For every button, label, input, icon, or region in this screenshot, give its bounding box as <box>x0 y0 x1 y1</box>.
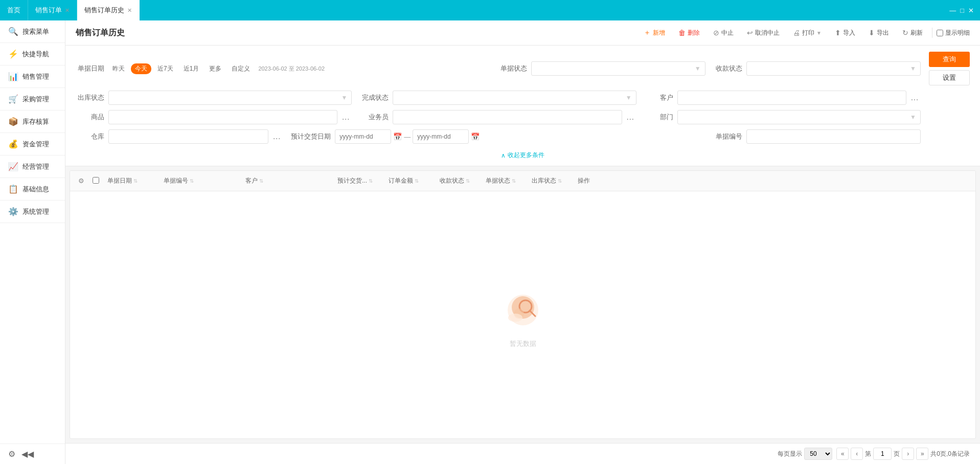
salesperson-ellipsis[interactable]: … <box>624 113 636 122</box>
print-button[interactable]: 🖨 打印 ▼ <box>788 26 827 40</box>
stop-button[interactable]: ⊘ 中止 <box>708 26 739 40</box>
import-label: 导入 <box>843 29 855 37</box>
collapse-row[interactable]: ∧ 收起更多条件 <box>76 149 970 160</box>
th-delivery[interactable]: 预计交货... ⇅ <box>333 176 384 185</box>
delete-button[interactable]: 🗑 删除 <box>673 26 705 40</box>
out-status-arrow: ▼ <box>341 94 347 101</box>
dept-select[interactable]: ▼ <box>677 110 921 124</box>
page-size-select[interactable]: 50 10 20 100 <box>804 448 832 460</box>
pay-status-label: 收款状态 <box>714 64 742 73</box>
new-button[interactable]: ＋ 新增 <box>639 26 670 40</box>
page-number-input[interactable] <box>873 448 892 460</box>
sidebar-item-finance-mgmt-label: 资金管理 <box>22 140 49 149</box>
filter-out-status: 出库状态 ▼ <box>76 91 352 105</box>
maximize-icon[interactable]: □ <box>960 7 964 14</box>
order-no-input[interactable] <box>746 129 921 144</box>
sidebar-item-operation-mgmt[interactable]: 📈 经营管理 <box>0 156 65 178</box>
th-date-sort-icon: ⇅ <box>133 178 138 184</box>
date-chip-7days[interactable]: 近7天 <box>153 63 177 74</box>
sidebar-item-inventory-calc[interactable]: 📦 库存核算 <box>0 111 65 133</box>
sales-mgmt-icon: 📊 <box>8 72 18 81</box>
complete-status-label: 完成状态 <box>360 93 389 102</box>
table-settings-icon[interactable]: ⚙ <box>74 177 88 185</box>
refresh-button[interactable]: ↻ 刷新 <box>897 26 928 40</box>
first-page-button[interactable]: « <box>836 448 849 460</box>
warehouse-label: 仓库 <box>76 132 104 141</box>
warehouse-input[interactable] <box>108 129 268 144</box>
tab-sales-order-close[interactable]: ✕ <box>65 7 70 14</box>
th-date[interactable]: 单据日期 ⇅ <box>103 176 159 185</box>
import-button[interactable]: ⬆ 导入 <box>830 26 860 40</box>
filter-complete-status: 完成状态 ▼ <box>360 91 636 105</box>
set-button[interactable]: 设置 <box>929 70 970 85</box>
delivery-date-from-input[interactable] <box>335 129 391 144</box>
filter-row-1: 单据日期 昨天 今天 近7天 近1月 更多 自定义 2023-06-02 至 2… <box>76 52 970 85</box>
date-chip-3days[interactable]: 今天 <box>131 63 151 74</box>
sidebar-item-system-mgmt[interactable]: ⚙️ 系统管理 <box>0 201 65 223</box>
table-empty: 暂无数据 <box>70 191 975 438</box>
sidebar-item-quick-nav[interactable]: ⚡ 快捷导航 <box>0 43 65 65</box>
show-details-checkbox-label[interactable]: 显示明细 <box>937 29 970 37</box>
tab-sales-order-history[interactable]: 销售订单历史 ✕ <box>77 0 140 20</box>
customer-ellipsis[interactable]: … <box>908 93 921 102</box>
next-page-button[interactable]: › <box>902 448 914 460</box>
table-select-all-checkbox[interactable] <box>88 177 103 185</box>
customer-input[interactable] <box>677 91 906 105</box>
tab-home[interactable]: 首页 <box>0 0 28 20</box>
tab-sales-order-label: 销售订单 <box>35 6 62 15</box>
th-action: 操作 <box>574 176 971 185</box>
select-all-input[interactable] <box>93 177 99 184</box>
th-out-status[interactable]: 出库状态 ⇅ <box>528 176 574 185</box>
date-chip-1month[interactable]: 近1月 <box>179 63 203 74</box>
order-status-label: 单据状态 <box>498 64 527 73</box>
product-label: 商品 <box>76 113 104 122</box>
product-input[interactable] <box>108 110 337 124</box>
sidebar-audio-icon[interactable]: ◀◀ <box>21 449 34 459</box>
main-layout: 🔍 搜索菜单 ⚡ 快捷导航 📊 销售管理 🛒 采购管理 📦 库存核算 💰 资金管… <box>0 20 980 464</box>
calendar-to-icon[interactable]: 📅 <box>471 132 480 141</box>
show-details-checkbox[interactable] <box>937 30 943 36</box>
th-pay-status[interactable]: 收款状态 ⇅ <box>436 176 482 185</box>
query-button[interactable]: 查询 <box>929 52 970 67</box>
date-chip-today[interactable]: 昨天 <box>108 63 129 74</box>
stop-icon: ⊘ <box>713 29 719 37</box>
product-ellipsis[interactable]: … <box>339 113 352 122</box>
sidebar-item-search-menu[interactable]: 🔍 搜索菜单 <box>0 20 65 43</box>
sidebar-item-finance-mgmt[interactable]: 💰 资金管理 <box>0 133 65 156</box>
th-amount-label: 订单金额 <box>389 176 413 185</box>
tab-sales-order[interactable]: 销售订单 ✕ <box>28 0 77 20</box>
content-area: 销售订单历史 ＋ 新增 🗑 删除 ⊘ 中止 ↩ 取消中止 <box>65 20 980 464</box>
print-arrow-icon: ▼ <box>816 30 822 36</box>
delivery-date-to-input[interactable] <box>413 129 469 144</box>
th-order-status[interactable]: 单据状态 ⇅ <box>482 176 528 185</box>
th-out-status-label: 出库状态 <box>532 176 556 185</box>
prev-page-button[interactable]: ‹ <box>851 448 863 460</box>
sidebar-item-purchase-mgmt[interactable]: 🛒 采购管理 <box>0 88 65 111</box>
sidebar-settings-icon[interactable]: ⚙ <box>8 449 15 459</box>
export-button[interactable]: ⬇ 导出 <box>863 26 894 40</box>
salesperson-label: 业务员 <box>360 113 389 122</box>
th-no[interactable]: 单据编号 ⇅ <box>159 176 241 185</box>
minimize-icon[interactable]: — <box>949 7 956 14</box>
th-customer[interactable]: 客户 ⇅ <box>241 176 333 185</box>
salesperson-input[interactable] <box>393 110 622 124</box>
close-icon[interactable]: ✕ <box>968 7 974 14</box>
order-status-select[interactable]: ▼ <box>531 61 705 76</box>
sidebar-item-basic-info[interactable]: 📋 基础信息 <box>0 178 65 201</box>
date-chip-more[interactable]: 更多 <box>205 63 225 74</box>
warehouse-ellipsis[interactable]: … <box>270 132 283 141</box>
complete-status-select[interactable]: ▼ <box>393 91 636 105</box>
th-no-sort-icon: ⇅ <box>190 178 194 184</box>
last-page-button[interactable]: » <box>916 448 928 460</box>
date-chip-custom[interactable]: 自定义 <box>227 63 254 74</box>
pay-status-select[interactable]: ▼ <box>746 61 921 76</box>
tab-sales-order-history-close[interactable]: ✕ <box>127 7 132 14</box>
calendar-from-icon[interactable]: 📅 <box>393 132 402 141</box>
out-status-select[interactable]: ▼ <box>108 91 352 105</box>
sidebar-item-sales-mgmt[interactable]: 📊 销售管理 <box>0 65 65 88</box>
cancel-stop-button[interactable]: ↩ 取消中止 <box>742 26 785 40</box>
tab-home-label: 首页 <box>7 6 20 15</box>
customer-label: 客户 <box>645 93 673 102</box>
sidebar: 🔍 搜索菜单 ⚡ 快捷导航 📊 销售管理 🛒 采购管理 📦 库存核算 💰 资金管… <box>0 20 65 464</box>
th-amount[interactable]: 订单金额 ⇅ <box>384 176 436 185</box>
